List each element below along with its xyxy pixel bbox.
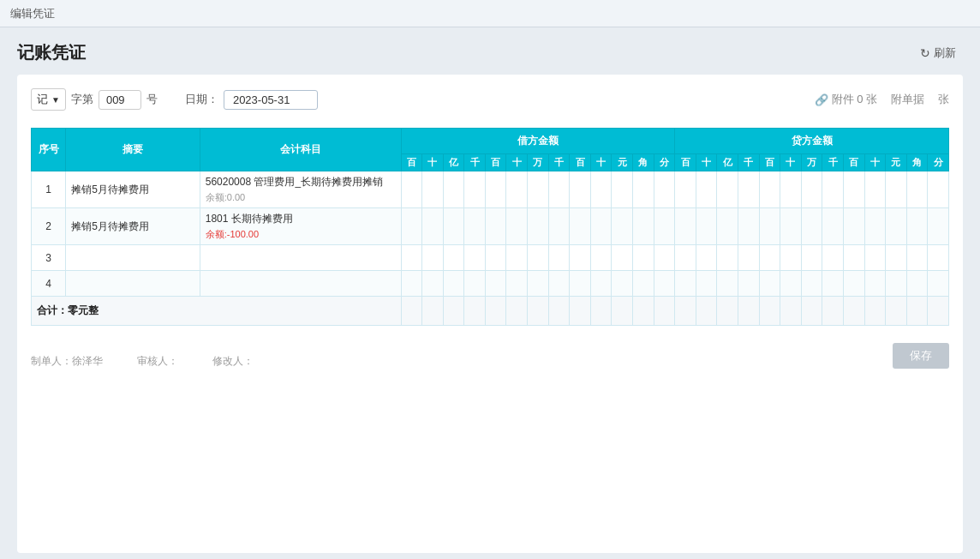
row-3-credit-1[interactable] [675,271,696,297]
attachment-button[interactable]: 🔗 附件 0 张 [815,92,877,107]
row-1-debit-9[interactable] [570,208,591,245]
row-1-credit-13[interactable] [928,208,949,245]
row-1-debit-11[interactable] [612,208,633,245]
row-1-credit-6[interactable] [780,208,802,245]
row-3-credit-13[interactable] [928,271,949,297]
row-2-credit-8[interactable] [822,245,844,271]
row-1-credit-11[interactable] [886,208,907,245]
row-3-debit-3[interactable] [443,271,464,297]
row-1-credit-8[interactable] [822,208,844,245]
row-1-credit-12[interactable] [906,208,928,245]
row-1-credit-10[interactable] [864,208,886,245]
row-1-debit-4[interactable] [464,208,486,245]
row-2-credit-10[interactable] [864,245,886,271]
date-field[interactable]: 2023-05-31 [224,90,318,110]
table-row[interactable]: 3 [32,245,949,271]
row-2-debit-11[interactable] [612,245,633,271]
row-1-credit-1[interactable] [675,208,696,245]
row-0-debit-10[interactable] [590,171,612,208]
row-1-credit-3[interactable] [717,208,738,245]
row-2-debit-10[interactable] [590,245,612,271]
row-1-credit-7[interactable] [801,208,822,245]
row-0-debit-9[interactable] [570,171,591,208]
table-row[interactable]: 4 [32,271,949,297]
row-3-credit-9[interactable] [843,271,864,297]
row-1-summary[interactable]: 摊销5月待摊费用 [66,208,200,245]
row-1-debit-3[interactable] [443,208,464,245]
row-2-debit-4[interactable] [464,245,486,271]
row-2-debit-6[interactable] [506,245,528,271]
row-3-credit-2[interactable] [696,271,717,297]
row-2-credit-4[interactable] [738,245,760,271]
row-0-debit-1[interactable] [401,171,422,208]
row-0-summary[interactable]: 摊销5月待摊费用 [66,171,200,208]
row-3-debit-10[interactable] [590,271,612,297]
row-0-account[interactable]: 56020008 管理费用_长期待摊费用摊销余额:0.00 [200,171,401,208]
row-0-credit-6[interactable] [780,171,802,208]
row-2-credit-3[interactable] [717,245,738,271]
row-1-debit-6[interactable] [506,208,528,245]
row-1-credit-2[interactable] [696,208,717,245]
row-3-credit-11[interactable] [886,271,907,297]
row-3-debit-2[interactable] [422,271,444,297]
row-2-credit-13[interactable] [928,245,949,271]
row-2-debit-5[interactable] [485,245,506,271]
row-0-debit-5[interactable] [485,171,506,208]
row-2-debit-13[interactable] [654,245,675,271]
row-0-credit-4[interactable] [738,171,760,208]
row-2-debit-8[interactable] [548,245,570,271]
row-1-debit-8[interactable] [548,208,570,245]
table-row[interactable]: 2摊销5月待摊费用1801 长期待摊费用余额:-100.00 [32,208,949,245]
row-1-credit-5[interactable] [759,208,780,245]
row-0-debit-4[interactable] [464,171,486,208]
row-2-debit-3[interactable] [443,245,464,271]
row-3-credit-4[interactable] [738,271,760,297]
save-button[interactable]: 保存 [893,343,949,369]
row-1-debit-12[interactable] [633,208,654,245]
row-1-account[interactable]: 1801 长期待摊费用余额:-100.00 [200,208,401,245]
row-2-debit-2[interactable] [422,245,444,271]
row-2-credit-7[interactable] [801,245,822,271]
row-2-credit-1[interactable] [675,245,696,271]
row-3-credit-8[interactable] [822,271,844,297]
row-0-credit-7[interactable] [801,171,822,208]
row-2-credit-11[interactable] [886,245,907,271]
row-3-credit-5[interactable] [759,271,780,297]
row-0-debit-3[interactable] [443,171,464,208]
row-2-credit-9[interactable] [843,245,864,271]
row-1-debit-7[interactable] [528,208,549,245]
row-0-credit-2[interactable] [696,171,717,208]
row-0-debit-11[interactable] [612,171,633,208]
number-field[interactable]: 009 [99,90,141,110]
row-1-credit-4[interactable] [738,208,760,245]
row-3-credit-12[interactable] [906,271,928,297]
row-2-debit-9[interactable] [570,245,591,271]
row-1-debit-10[interactable] [590,208,612,245]
row-2-credit-12[interactable] [906,245,928,271]
row-2-debit-7[interactable] [528,245,549,271]
row-2-account[interactable] [200,245,401,271]
row-3-debit-12[interactable] [633,271,654,297]
row-0-credit-12[interactable] [906,171,928,208]
row-2-debit-12[interactable] [633,245,654,271]
row-0-credit-9[interactable] [843,171,864,208]
row-0-debit-12[interactable] [633,171,654,208]
row-0-debit-2[interactable] [422,171,444,208]
row-2-credit-5[interactable] [759,245,780,271]
row-3-debit-6[interactable] [506,271,528,297]
row-2-debit-1[interactable] [401,245,422,271]
row-3-debit-4[interactable] [464,271,486,297]
row-0-debit-6[interactable] [506,171,528,208]
row-3-summary[interactable] [66,271,200,297]
row-1-credit-9[interactable] [843,208,864,245]
row-3-credit-6[interactable] [780,271,802,297]
row-0-credit-10[interactable] [864,171,886,208]
row-3-debit-9[interactable] [570,271,591,297]
row-0-debit-8[interactable] [548,171,570,208]
row-3-debit-11[interactable] [612,271,633,297]
row-0-credit-8[interactable] [822,171,844,208]
row-3-debit-8[interactable] [548,271,570,297]
row-2-summary[interactable] [66,245,200,271]
row-0-credit-11[interactable] [886,171,907,208]
row-1-debit-13[interactable] [654,208,675,245]
